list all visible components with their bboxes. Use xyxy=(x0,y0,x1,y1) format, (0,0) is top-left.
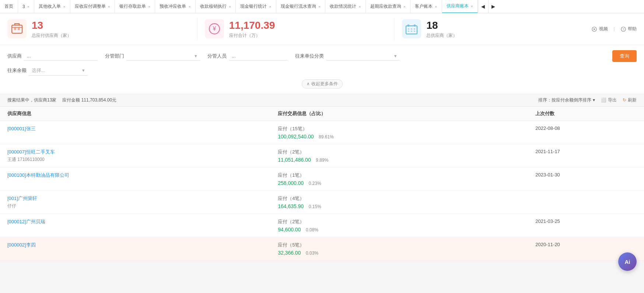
tx-amount-1[interactable]: 11,051,486.00 xyxy=(278,157,311,163)
svg-rect-10 xyxy=(414,28,415,30)
tx-cell-1: 应付（2笔） 11,051,486.00 9.89% xyxy=(270,144,528,167)
stat-payable-suppliers: 13 总应付供应商（家） xyxy=(7,18,197,40)
tx-pct-1: 9.89% xyxy=(316,158,328,163)
supplier-link-3[interactable]: [001]广州荣轩 xyxy=(7,196,37,201)
nav-prev-arrow[interactable]: ◀ xyxy=(478,0,488,13)
close-tab-supplier-ledger[interactable]: × xyxy=(471,4,473,8)
tx-amount-0[interactable]: 100,092,540.00 xyxy=(278,134,314,139)
last-date-5: 2020-11-20 xyxy=(535,242,560,247)
person-input[interactable] xyxy=(229,52,288,61)
svg-rect-0 xyxy=(12,25,22,33)
close-tab-cash-bank-stats[interactable]: × xyxy=(269,4,271,9)
last-date-0: 2022-08-08 xyxy=(535,125,560,131)
tx-amount-5[interactable]: 32,366.00 xyxy=(278,250,301,256)
supplier-link-0[interactable]: [000001]张三 xyxy=(7,126,36,131)
video-link[interactable]: 视频 xyxy=(592,26,608,32)
dept-filter-label: 分管部门 xyxy=(105,53,124,59)
dept-chevron-icon: ▾ xyxy=(195,53,197,59)
help-link[interactable]: ? 帮助 xyxy=(621,26,637,32)
date-cell-0: 2022-08-08 xyxy=(528,121,644,144)
balance-filter: 往来余额 选择... ▾ xyxy=(7,66,88,76)
stats-bar: 13 总应付供应商（家） ¥ 11,170.39 应付合计（万） xyxy=(0,13,644,45)
close-tab-advance-receipt[interactable]: × xyxy=(188,4,190,9)
sort-select[interactable]: 排序：按应付余额倒序排序 ▾ xyxy=(538,97,595,103)
dept-select[interactable]: ▾ xyxy=(126,52,200,61)
category-filter: 往来单位分类 ▾ xyxy=(295,52,400,61)
payable-total-label: 应付合计（万） xyxy=(229,32,275,39)
tab-receipt-exec[interactable]: 收款核销执行 × xyxy=(196,0,236,13)
tab-3[interactable]: 3 × xyxy=(18,0,34,13)
tx-pct-5: 0.03% xyxy=(306,251,318,256)
balance-chevron-icon: ▾ xyxy=(82,68,85,73)
refresh-button[interactable]: ↻ 刷新 xyxy=(623,97,637,103)
tx-label-3: 应付（4笔） xyxy=(278,195,521,202)
table-row: [000001]张三应付（15笔） 100,092,540.00 89.61%2… xyxy=(0,121,644,144)
supplier-cell-0: [000001]张三 xyxy=(0,121,270,144)
close-tab-overdue-ar[interactable]: × xyxy=(403,4,406,9)
collapse-up-icon: ∧ xyxy=(307,81,310,86)
sort-chevron-icon: ▾ xyxy=(593,97,595,103)
svg-rect-11 xyxy=(408,31,409,32)
supplier-input[interactable] xyxy=(24,52,98,61)
tx-amount-4[interactable]: 94,600.00 xyxy=(278,227,301,232)
tx-pct-2: 0.23% xyxy=(309,181,321,186)
tx-amount-3[interactable]: 164,635.90 xyxy=(278,203,304,209)
tx-label-0: 应付（15笔） xyxy=(278,125,521,132)
tx-pct-4: 0.08% xyxy=(306,227,318,232)
date-cell-4: 2021-03-25 xyxy=(528,214,644,237)
export-icon: ⬜ xyxy=(601,97,606,103)
col-last-date: 上次付数 xyxy=(528,107,644,121)
tab-advance-receipt[interactable]: 预收冲应收单 × xyxy=(155,0,195,13)
close-tab-other-income[interactable]: × xyxy=(63,4,65,9)
tab-customer-ledger[interactable]: 客户账本 × xyxy=(410,0,442,13)
supplier-link-1[interactable]: [000007]恒旺二手叉车 xyxy=(7,149,55,155)
tx-pct-3: 0.15% xyxy=(309,204,321,209)
close-tab-cash-bank-flow[interactable]: × xyxy=(318,4,321,9)
close-tab-ar-ap-adjust[interactable]: × xyxy=(108,4,110,9)
nav-next-arrow[interactable]: ▶ xyxy=(488,0,498,13)
tx-pct-0: 89.61% xyxy=(319,134,334,139)
tab-bank-deposit[interactable]: 银行存取款单 × xyxy=(115,0,155,13)
svg-rect-7 xyxy=(414,24,416,27)
result-actions: 排序：按应付余额倒序排序 ▾ ⬜ 导出 ↻ 刷新 xyxy=(538,97,637,103)
table-row: [001]广州荣轩仔仔应付（4笔） 164,635.90 0.15% xyxy=(0,190,644,214)
balance-select[interactable]: 选择... ▾ xyxy=(29,66,88,76)
tab-ar-ap-adjust[interactable]: 应收应付调整单 × xyxy=(70,0,115,13)
filter-area: 供应商 分管部门 ▾ 分管人员 往来单位分类 ▾ 查询 往来余额 选择 xyxy=(0,45,644,94)
category-select[interactable]: ▾ xyxy=(326,52,400,61)
tab-other-income[interactable]: 其他收入单 × xyxy=(34,0,70,13)
tx-cell-4: 应付（2笔） 94,600.00 0.08% xyxy=(270,214,528,237)
close-tab-customer-ledger[interactable]: × xyxy=(435,4,437,9)
close-tab-receipt-stats[interactable]: × xyxy=(358,4,361,9)
close-tab-receipt-exec[interactable]: × xyxy=(229,4,231,9)
tx-label-5: 应付（5笔） xyxy=(278,242,521,248)
supplier-cell-5: [000002]李四 xyxy=(0,237,270,260)
supplier-cell-4: [000012]广州贝瑞 xyxy=(0,214,270,237)
col-tx-info: 应付交易信息（占比） xyxy=(270,107,528,121)
supplier-link-5[interactable]: [000002]李四 xyxy=(7,242,36,248)
svg-rect-5 xyxy=(406,26,417,34)
tab-overdue-ar[interactable]: 超期应收款查询 × xyxy=(366,0,410,13)
result-info: 搜索结果中，供应商13家 应付金额 111,703,854.00元 xyxy=(7,97,116,103)
export-button[interactable]: ⬜ 导出 xyxy=(601,97,617,103)
result-bar: 搜索结果中，供应商13家 应付金额 111,703,854.00元 排序：按应付… xyxy=(0,94,644,107)
svg-rect-2 xyxy=(18,28,20,30)
filter-row-2: 往来余额 选择... ▾ xyxy=(7,66,637,76)
date-cell-3 xyxy=(528,190,644,214)
tab-cash-bank-stats[interactable]: 现金银行统计 × xyxy=(236,0,276,13)
close-tab-3[interactable]: × xyxy=(27,4,29,9)
tab-home[interactable]: 首页 xyxy=(0,0,18,13)
payable-suppliers-label: 总应付供应商（家） xyxy=(32,32,71,39)
supplier-link-4[interactable]: [000012]广州贝瑞 xyxy=(7,219,45,224)
table-row: [000012]广州贝瑞应付（2笔） 94,600.00 0.08%2021-0… xyxy=(0,214,644,237)
tab-supplier-ledger[interactable]: 供应商账本 × xyxy=(442,0,478,13)
tx-amount-2[interactable]: 258,000.00 xyxy=(278,180,304,186)
query-button[interactable]: 查询 xyxy=(612,50,637,62)
tab-cash-bank-flow[interactable]: 现金银行流水查询 × xyxy=(276,0,325,13)
tab-receipt-stats[interactable]: 收款情况统计 × xyxy=(325,0,365,13)
last-date-1: 2021-11-17 xyxy=(535,149,560,154)
supplier-link-2[interactable]: [000100]本特勤油品有限公司 xyxy=(7,172,69,178)
category-filter-label: 往来单位分类 xyxy=(295,53,324,59)
collapse-button[interactable]: ∧ 收起更多条件 xyxy=(302,79,343,89)
close-tab-bank-deposit[interactable]: × xyxy=(148,4,150,9)
